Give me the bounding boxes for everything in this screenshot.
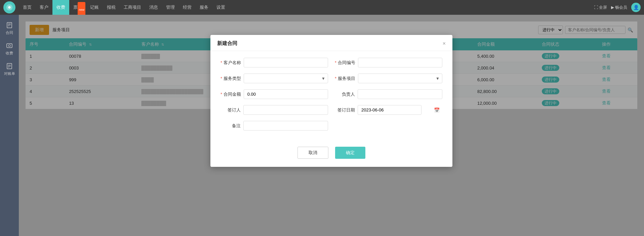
content-area: 新增 服务项目 进行中 已完成 已取消 🔍 序号 合同编号 xyxy=(19,15,644,236)
vip-button[interactable]: ▶ 畅会员 xyxy=(611,5,627,10)
nav-service[interactable]: 服务 xyxy=(196,0,212,15)
responsible-label: 负责人 xyxy=(335,91,355,97)
avatar[interactable]: 👤 xyxy=(631,3,641,12)
form-group-note: 备注 xyxy=(220,121,328,131)
sidebar-item-statement[interactable]: 对账单 xyxy=(0,59,19,80)
sidebar-label-fee: 收费 xyxy=(6,51,13,56)
service-item-select[interactable] xyxy=(358,74,442,83)
nav-settings[interactable]: 设置 xyxy=(212,0,229,15)
form-row-2: 服务类型 ▼ 服务项目 ▼ xyxy=(220,74,442,83)
sidebar-label-statement: 对账单 xyxy=(4,71,15,76)
sign-date-wrapper: 📅 xyxy=(358,105,442,115)
amount-label: 合同金额 xyxy=(220,91,241,97)
nav-tax[interactable]: 报税 xyxy=(103,0,120,15)
contract-no-input[interactable] xyxy=(358,58,442,67)
form-group-sign-date: 签订日期 📅 xyxy=(335,105,442,115)
note-label: 备注 xyxy=(220,123,241,129)
cancel-button[interactable]: 取消 xyxy=(297,147,328,159)
amount-input[interactable] xyxy=(244,89,328,99)
note-input[interactable] xyxy=(243,121,328,131)
modal-overlay: 新建合同 × 客户名称 合同编号 xyxy=(19,15,644,236)
nav-home[interactable]: 首页 xyxy=(19,0,36,15)
form-row-1: 客户名称 合同编号 xyxy=(220,58,442,67)
top-nav: 首页 客户 收费 票据 new 记账 报税 工商项目 消息 管理 经营 服务 设… xyxy=(0,0,644,15)
form-group-contract-no: 合同编号 xyxy=(335,58,442,67)
form-group-amount: 合同金额 xyxy=(220,89,328,99)
svg-rect-0 xyxy=(7,22,12,28)
new-contract-modal: 新建合同 × 客户名称 合同编号 xyxy=(210,35,452,167)
service-type-label: 服务类型 xyxy=(220,76,241,82)
sidebar-item-fee[interactable]: 收费 xyxy=(0,39,19,59)
customer-name-label: 客户名称 xyxy=(220,60,241,66)
nav-items: 首页 客户 收费 票据 new 记账 报税 工商项目 消息 管理 经营 服务 设… xyxy=(19,0,594,15)
responsible-input[interactable] xyxy=(358,89,442,99)
calendar-icon: 📅 xyxy=(434,107,440,113)
form-group-customer: 客户名称 xyxy=(220,58,328,67)
signer-input[interactable] xyxy=(243,105,328,115)
nav-right: ⛶ 全屏 ▶ 畅会员 👤 xyxy=(594,3,641,12)
form-group-service-type: 服务类型 ▼ xyxy=(220,74,328,83)
signer-label: 签订人 xyxy=(220,107,241,113)
sidebar-item-contract[interactable]: 合同 xyxy=(0,18,19,39)
fee-icon xyxy=(6,42,13,49)
form-row-3: 合同金额 负责人 xyxy=(220,89,442,99)
form-group-signer: 签订人 xyxy=(220,105,328,115)
sidebar: 合同 收费 对账单 xyxy=(0,15,19,236)
contract-icon xyxy=(6,21,13,29)
customer-name-input[interactable] xyxy=(244,58,328,67)
form-row-5: 备注 xyxy=(220,121,442,131)
nav-manage[interactable]: 管理 xyxy=(162,0,179,15)
service-type-wrapper: ▼ xyxy=(244,74,328,83)
service-item-wrapper: ▼ xyxy=(358,74,442,83)
sign-date-label: 签订日期 xyxy=(335,107,355,113)
modal-body: 客户名称 合同编号 服务类型 xyxy=(210,51,452,143)
main-layout: 合同 收费 对账单 xyxy=(0,15,644,236)
modal-close-button[interactable]: × xyxy=(443,41,446,47)
form-row-4: 签订人 签订日期 📅 xyxy=(220,105,442,115)
sign-date-input[interactable] xyxy=(358,105,421,115)
modal-title: 新建合同 xyxy=(217,40,237,47)
confirm-button[interactable]: 确定 xyxy=(335,147,365,159)
nav-bookkeeping[interactable]: 记账 xyxy=(86,0,103,15)
modal-header: 新建合同 × xyxy=(210,35,452,51)
nav-fee[interactable]: 收费 xyxy=(52,0,69,15)
nav-business[interactable]: 工商项目 xyxy=(120,0,145,15)
nav-operation[interactable]: 经营 xyxy=(179,0,196,15)
svg-rect-4 xyxy=(7,44,12,48)
nav-invoice[interactable]: 票据 new xyxy=(69,0,86,15)
nav-message[interactable]: 消息 xyxy=(145,0,162,15)
logo[interactable] xyxy=(3,1,15,13)
fullscreen-button[interactable]: ⛶ 全屏 xyxy=(594,5,607,10)
statement-icon xyxy=(6,62,13,70)
service-item-label: 服务项目 xyxy=(335,76,355,82)
form-group-service-item: 服务项目 ▼ xyxy=(335,74,442,83)
svg-point-5 xyxy=(8,45,10,47)
service-type-select[interactable] xyxy=(244,74,328,83)
nav-customer[interactable]: 客户 xyxy=(36,0,52,15)
form-group-responsible: 负责人 xyxy=(335,89,442,99)
contract-no-label: 合同编号 xyxy=(335,60,355,66)
modal-footer: 取消 确定 xyxy=(210,143,452,159)
sidebar-label-contract: 合同 xyxy=(6,30,13,35)
